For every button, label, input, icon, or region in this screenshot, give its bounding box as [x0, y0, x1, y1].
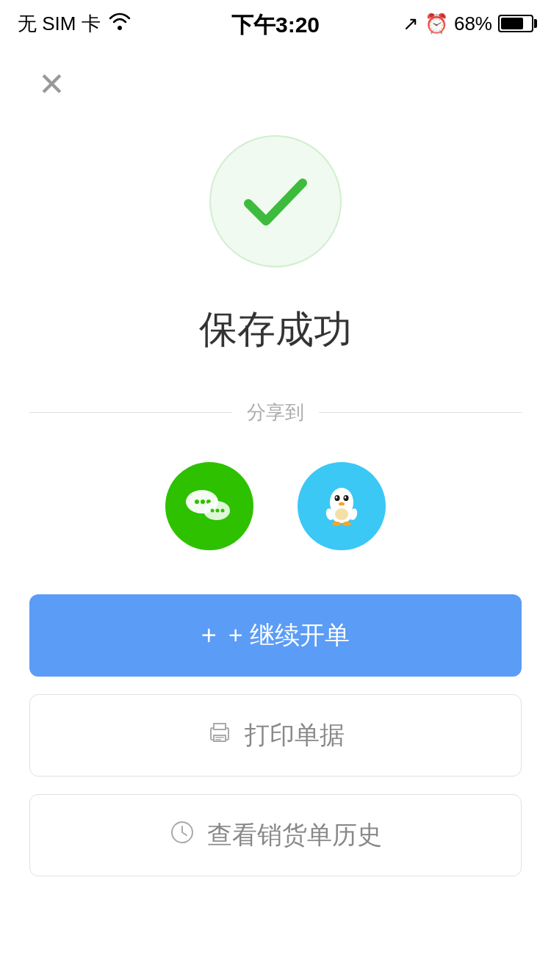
svg-point-17	[332, 522, 341, 526]
status-time: 下午3:20	[231, 10, 320, 40]
checkmark-icon	[242, 176, 309, 227]
status-left: 无 SIM 卡	[18, 11, 132, 37]
wifi-icon	[108, 12, 132, 35]
share-section: 分享到	[0, 400, 551, 550]
success-title: 保存成功	[199, 304, 352, 356]
battery-percent: 68%	[454, 12, 492, 35]
plus-icon: +	[201, 620, 217, 651]
success-section: 保存成功 分享到	[0, 47, 551, 876]
svg-point-10	[335, 495, 340, 501]
close-button[interactable]: ✕	[29, 62, 73, 106]
svg-point-2	[201, 500, 205, 504]
sim-text: 无 SIM 卡	[18, 11, 101, 37]
svg-point-6	[216, 509, 220, 513]
svg-rect-23	[214, 735, 226, 741]
status-right: ↗ ⏰ 68%	[403, 12, 533, 35]
print-button[interactable]: 打印单据	[29, 694, 522, 777]
svg-rect-22	[214, 724, 226, 729]
svg-point-18	[342, 522, 351, 526]
divider-line-left	[29, 412, 232, 413]
history-icon	[169, 819, 195, 852]
close-icon: ✕	[38, 65, 65, 103]
direction-icon: ↗	[403, 12, 419, 35]
wechat-icon	[183, 480, 236, 533]
divider-line-right	[319, 412, 522, 413]
divider-text: 分享到	[232, 400, 319, 425]
share-icons	[165, 462, 386, 550]
continue-button[interactable]: + + 继续开单	[29, 594, 522, 677]
svg-point-16	[335, 508, 348, 520]
svg-rect-25	[215, 739, 221, 741]
svg-rect-24	[215, 737, 224, 738]
share-divider: 分享到	[0, 400, 551, 425]
history-button[interactable]: 查看销货单历史	[29, 794, 522, 876]
svg-point-12	[336, 497, 337, 499]
svg-point-13	[345, 497, 346, 499]
qq-share-button[interactable]	[298, 462, 386, 550]
continue-label: + 继续开单	[228, 619, 350, 652]
history-label: 查看销货单历史	[207, 818, 382, 852]
svg-point-14	[339, 502, 345, 506]
alarm-icon: ⏰	[425, 12, 448, 35]
svg-point-11	[344, 495, 349, 501]
print-icon	[206, 719, 233, 752]
svg-point-7	[221, 509, 225, 513]
wechat-share-button[interactable]	[165, 462, 253, 550]
status-bar: 无 SIM 卡 下午3:20 ↗ ⏰ 68%	[0, 0, 551, 47]
action-buttons: + + 继续开单 打印单据	[0, 594, 551, 876]
success-circle	[209, 135, 342, 267]
svg-point-5	[211, 509, 215, 513]
svg-point-1	[195, 500, 199, 504]
battery-icon	[498, 15, 533, 32]
print-label: 打印单据	[245, 718, 345, 752]
qq-icon	[317, 482, 366, 530]
main-content: ✕ 保存成功 分享到	[0, 47, 551, 876]
